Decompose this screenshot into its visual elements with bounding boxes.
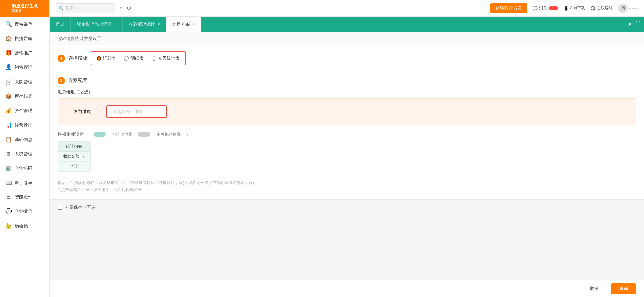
metrics-settings: 模板指标设定（ 可拖动位置 不可拖动位置 ） 统计指标 收款金额 ▼ <box>58 131 636 173</box>
save-checkbox[interactable] <box>58 205 62 210</box>
dropdown-arrow-icon[interactable]: ▼ <box>119 6 123 10</box>
hint-row-1: 提示： 1.拖动标题栏可以调整布局，不可跨维度或指标区域拖动目字段(只能在同一维… <box>58 180 636 186</box>
sidebar-item-label: 智能硬件 <box>15 194 32 200</box>
sidebar-item-wechat[interactable]: 💬 企业微信 <box>0 204 49 218</box>
top-header: 🔍 搜索 ▼ ⚙ 体验行业方案 💬 消息 99+ 📱 App下载 🎧 在线客服 … <box>50 0 644 17</box>
sidebar-item-sales[interactable]: 👤 销售管理 <box>0 60 49 75</box>
sidebar-item-guide[interactable]: 📖 新手引导 <box>0 176 49 190</box>
sidebar-item-label: 资金管理 <box>15 108 32 114</box>
sidebar-item-search-menu[interactable]: 🔍 搜索菜单 <box>0 17 49 31</box>
step1-section: 1 选择模板 汇总表 明细表 交叉统计表 <box>50 45 644 73</box>
sidebar-item-hardware[interactable]: 🖥 智能硬件 <box>0 190 49 204</box>
sidebar-item-label: 搜索菜单 <box>15 21 32 27</box>
cancel-button[interactable]: 取消 <box>582 283 607 294</box>
sidebar-item-inventory[interactable]: 📦 库存核算 <box>0 89 49 103</box>
tab-close-window-icon[interactable]: ✕ <box>628 21 632 28</box>
metrics-total-cell: 合计 <box>58 162 90 171</box>
summary-dim-label: 汇总维度（必选） <box>58 89 636 95</box>
sidebar-item-marketing[interactable]: 🎁 营销推广 <box>0 46 49 60</box>
sidebar-item-quick-nav[interactable]: 🏠 快捷导航 <box>0 31 49 46</box>
sidebar-item-operation[interactable]: 📊 经营管理 <box>0 118 49 132</box>
radio-summary[interactable] <box>97 56 101 61</box>
radio-detail[interactable] <box>124 56 129 61</box>
sidebar-item-system[interactable]: ⚙ 系统管理 <box>0 147 49 161</box>
page-content: 收款情况统计方案设置 1 选择模板 汇总表 明细表 <box>50 32 644 215</box>
dim-placeholder-text: 请选择分组维度 <box>112 109 143 114</box>
not-draggable-indicator <box>138 132 150 137</box>
online-service-item[interactable]: 🎧 在线客服 <box>590 5 613 11</box>
tab-receipt-stats-label: 收款情况统计 <box>129 21 155 27</box>
book-icon: 📖 <box>5 180 11 186</box>
download-label: App下载 <box>570 5 585 11</box>
tab-bar: 首页 现金银行流水查询 × 收款情况统计 × 新建方案 × ✕ ⛶ <box>50 17 644 32</box>
not-draggable-label: 不可拖动位置 <box>157 132 181 137</box>
step2-title-row: 2 方案配置 <box>58 77 636 84</box>
tab-new-plan-close[interactable]: × <box>193 22 195 26</box>
sidebar-item-label: 经营管理 <box>15 122 32 128</box>
notification-badge: 99+ <box>549 6 558 10</box>
sidebar-item-finance[interactable]: 💰 资金管理 <box>0 103 49 118</box>
header-actions: 体验行业方案 💬 消息 99+ 📱 App下载 🎧 在线客服 用 ●●●● <box>490 3 639 13</box>
tab-receipt-stats[interactable]: 收款情况统计 × <box>123 17 166 32</box>
sidebar-item-label: 企业协同 <box>15 165 32 171</box>
template-option-detail[interactable]: 明细表 <box>124 55 144 61</box>
vertical-dim-label: 纵向维度 <box>73 109 91 115</box>
step1-circle: 1 <box>58 55 65 62</box>
chart-icon: 📊 <box>5 122 11 128</box>
person-icon: 👤 <box>5 64 11 70</box>
user-info[interactable]: 用 ●●●● <box>618 4 639 13</box>
template-options: 汇总表 明细表 交叉统计表 <box>91 51 186 65</box>
template-option-summary[interactable]: 汇总表 <box>97 55 116 61</box>
try-industry-button[interactable]: 体验行业方案 <box>490 3 527 13</box>
tab-home[interactable]: 首页 <box>50 17 71 32</box>
logo-text: 畅捷通好生意 <box>12 3 38 9</box>
dim-arrow-icon: — <box>96 109 101 114</box>
avatar: 用 <box>618 4 628 13</box>
sidebar-item-label: 采购管理 <box>15 79 32 85</box>
required-star: * <box>66 109 68 115</box>
dim-placeholder-box[interactable]: 请选择分组维度 <box>106 105 167 118</box>
sidebar-item-label: 基础信息 <box>15 137 32 143</box>
sidebar-item-collab[interactable]: 🏢 企业协同 <box>0 161 49 176</box>
step2-circle: 2 <box>58 77 65 84</box>
settings-gear-icon[interactable]: ⚙ <box>127 5 131 11</box>
home-icon: 🏠 <box>5 35 11 42</box>
step1-label: 选择模板 <box>68 55 87 61</box>
box-icon: 📦 <box>5 93 11 99</box>
radio-cross[interactable] <box>152 56 156 61</box>
app-logo: 畅捷通好生意 标准版 <box>0 0 49 17</box>
tab-new-plan[interactable]: 新建方案 × <box>166 17 201 32</box>
tab-bank-flow-label: 现金银行流水查询 <box>77 21 112 27</box>
app-download-item[interactable]: 📱 App下载 <box>564 5 585 11</box>
crown-icon: 👑 <box>5 222 11 229</box>
query-button[interactable]: 查询 <box>611 283 636 294</box>
metrics-col1-cell[interactable]: 收款金额 ▼ <box>58 152 90 162</box>
download-icon: 📱 <box>564 6 569 11</box>
metrics-table-area: 统计指标 收款金额 ▼ 合计 <box>58 141 91 172</box>
tab-bank-flow-close[interactable]: × <box>114 22 116 26</box>
tab-home-label: 首页 <box>56 21 64 27</box>
tab-maximize-icon[interactable]: ⛶ <box>635 21 641 27</box>
template-cross-label: 交叉统计表 <box>158 55 180 61</box>
tab-new-plan-label: 新建方案 <box>172 21 190 27</box>
notification-item[interactable]: 💬 消息 99+ <box>533 5 558 11</box>
template-option-cross[interactable]: 交叉统计表 <box>152 55 180 61</box>
template-detail-label: 明细表 <box>130 55 144 61</box>
tab-bank-flow[interactable]: 现金银行流水查询 × <box>71 17 123 32</box>
sidebar-item-purchase[interactable]: 🛒 采购管理 <box>0 75 49 89</box>
building-icon: 🏢 <box>5 165 11 171</box>
content-area: 收款情况统计方案设置 1 选择模板 汇总表 明细表 <box>50 32 644 280</box>
service-label: 在线客服 <box>597 5 613 11</box>
service-icon: 🎧 <box>590 6 595 11</box>
sidebar-item-member[interactable]: 👑 畅会员 <box>0 218 49 233</box>
sidebar-item-label: 企业微信 <box>15 208 32 214</box>
tab-bar-end: ✕ ⛶ <box>628 21 644 28</box>
sidebar-item-basic-info[interactable]: 📋 基础信息 <box>0 132 49 147</box>
gift-icon: 🎁 <box>5 50 11 56</box>
tab-receipt-stats-close[interactable]: × <box>158 22 160 26</box>
draggable-indicator <box>94 132 106 137</box>
metrics-col1-dropdown-icon[interactable]: ▼ <box>82 155 85 158</box>
header-search-box[interactable]: 🔍 搜索 <box>55 3 115 13</box>
hint-row-2: 2.点击标题栏下拉可设置排序、插入列和删除列 <box>58 187 636 193</box>
draggable-label: 可拖动位置 <box>112 132 132 137</box>
